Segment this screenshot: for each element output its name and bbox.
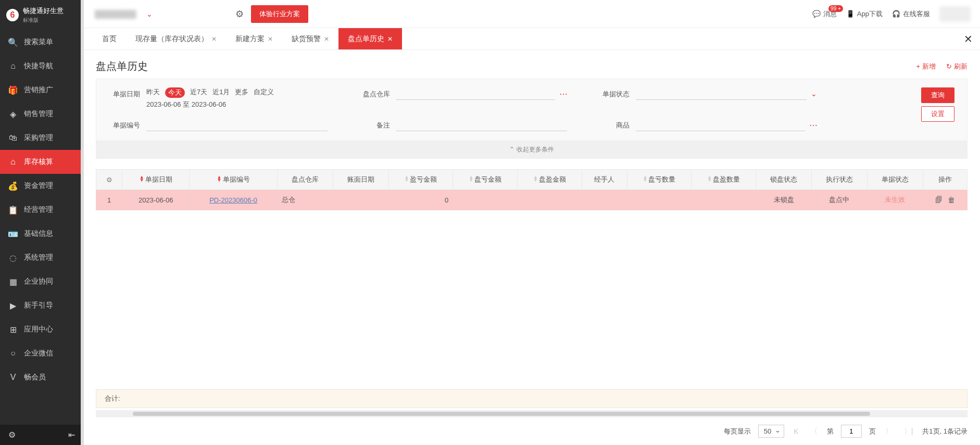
cell [627, 190, 692, 210]
column-header-7[interactable]: ▲▼盘盈金额 [518, 170, 582, 190]
more-icon[interactable]: ⋯ [559, 89, 567, 99]
tab-0[interactable]: 首页 [93, 28, 126, 49]
close-icon[interactable]: ✕ [268, 35, 273, 43]
column-header-8[interactable]: 经手人 [582, 170, 627, 190]
date-shortcut-1[interactable]: 今天 [165, 87, 185, 98]
warehouse-input[interactable] [396, 87, 555, 100]
horizontal-scrollbar[interactable] [96, 410, 968, 417]
sidebar-item-14[interactable]: V畅会员 [0, 365, 83, 389]
column-header-2[interactable]: ▲▼单据编号 [190, 170, 278, 190]
column-label: 锁盘状态 [770, 175, 797, 183]
sidebar-item-1[interactable]: ⌂快捷导航 [0, 54, 83, 78]
date-shortcut-2[interactable]: 近7天 [190, 87, 207, 98]
date-shortcut-3[interactable]: 近1月 [212, 87, 230, 98]
column-header-1[interactable]: ▲▼单据日期 [122, 170, 190, 190]
sidebar-item-7[interactable]: 📋经营管理 [0, 198, 83, 222]
settings-icon[interactable]: ⚙ [8, 430, 16, 440]
prev-page-button[interactable]: 〈 [808, 427, 820, 436]
product-input[interactable] [636, 119, 805, 131]
tab-4[interactable]: 盘点单历史✕ [338, 28, 402, 49]
sidebar-resize-handle[interactable] [81, 0, 84, 445]
sidebar-item-label: 采购管理 [24, 133, 53, 143]
close-icon[interactable]: ✕ [324, 35, 329, 43]
next-page-button[interactable]: 〉 [883, 427, 895, 436]
date-shortcut-5[interactable]: 自定义 [254, 87, 274, 98]
add-button[interactable]: + 新增 [916, 62, 936, 71]
first-page-button[interactable]: K [791, 427, 800, 436]
date-shortcut-0[interactable]: 昨天 [146, 87, 160, 98]
sidebar-item-10[interactable]: ▦企业协同 [0, 270, 83, 294]
sidebar-item-5[interactable]: ⌂库存核算 [0, 150, 83, 174]
message-link[interactable]: 💬 消息 99 + [812, 9, 837, 19]
org-selector[interactable]: ████████ ⌄ [93, 8, 228, 20]
sidebar-item-11[interactable]: ▶新手引导 [0, 294, 83, 317]
last-page-button[interactable]: 〉| [902, 427, 915, 436]
close-icon[interactable]: ✕ [211, 35, 217, 43]
tab-label: 现存量（库存状况表） [135, 34, 208, 44]
user-avatar[interactable] [939, 6, 971, 22]
scrollbar-thumb[interactable] [133, 412, 870, 416]
date-shortcut-4[interactable]: 更多 [235, 87, 248, 98]
table-row[interactable]: 12023-06-06PD-20230606-0总仓0未锁盘盘点中未生效🗐🗑 [96, 190, 968, 210]
column-header-4[interactable]: 账面日期 [333, 170, 388, 190]
collapse-filters-button[interactable]: ⌃ 收起更多条件 [96, 141, 967, 158]
column-header-13[interactable]: 单据状态 [867, 170, 923, 190]
status-input[interactable] [636, 87, 807, 100]
chevron-down-icon[interactable]: ⌄ [811, 90, 817, 98]
column-header-3[interactable]: 盘点仓库 [277, 170, 333, 190]
cell: 总仓 [277, 190, 333, 210]
collapse-sidebar-icon[interactable]: ⇤ [68, 430, 75, 440]
more-icon[interactable]: ⋯ [809, 120, 817, 130]
sidebar-item-6[interactable]: 💰资金管理 [0, 174, 83, 198]
sidebar-item-2[interactable]: 🎁营销推广 [0, 78, 83, 102]
tab-1[interactable]: 现存量（库存状况表）✕ [126, 28, 226, 49]
column-header-12[interactable]: 执行状态 [812, 170, 868, 190]
close-all-tabs-icon[interactable]: ✕ [964, 33, 973, 45]
phone-icon: 📱 [846, 10, 855, 18]
date-range: 2023-06-06 至 2023-06-06 [146, 100, 328, 109]
sidebar-item-12[interactable]: ⊞应用中心 [0, 317, 83, 341]
column-label: 单据编号 [223, 175, 250, 183]
gear-icon[interactable]: ⚙ [235, 8, 244, 20]
sidebar-item-label: 基础信息 [24, 229, 53, 238]
column-label: 操作 [938, 175, 952, 183]
cell[interactable]: PD-20230606-0 [190, 190, 278, 210]
remark-input[interactable] [396, 119, 567, 131]
sidebar-item-4[interactable]: 🛍采购管理 [0, 126, 83, 150]
date-shortcuts: 昨天今天近7天近1月更多自定义 [146, 87, 328, 98]
gear-icon[interactable]: ⚙ [106, 176, 112, 184]
sidebar-item-8[interactable]: 🪪基础信息 [0, 222, 83, 246]
online-service-link[interactable]: 🎧 在线客服 [892, 9, 930, 19]
code-input[interactable] [146, 119, 328, 131]
view-icon[interactable]: 🗐 [935, 196, 943, 204]
cell [692, 190, 756, 210]
money-icon: 💰 [8, 181, 18, 190]
column-header-11[interactable]: 锁盘状态 [756, 170, 812, 190]
app-download-link[interactable]: 📱 App下载 [846, 9, 883, 19]
sidebar-item-label: 系统管理 [24, 253, 53, 262]
experience-button[interactable]: 体验行业方案 [251, 5, 308, 23]
setting-button[interactable]: 设置 [921, 106, 954, 122]
refresh-button[interactable]: ↻ 刷新 [946, 62, 968, 71]
sidebar-item-3[interactable]: ◈销售管理 [0, 102, 83, 126]
sort-icon: ▲▼ [217, 175, 222, 182]
query-button[interactable]: 查询 [921, 87, 954, 103]
sidebar-item-13[interactable]: ○企业微信 [0, 341, 83, 365]
sidebar-item-9[interactable]: ◌系统管理 [0, 246, 83, 270]
sort-icon: ▲▼ [533, 175, 538, 182]
page-input[interactable] [841, 425, 862, 438]
tab-2[interactable]: 新建方案✕ [226, 28, 282, 49]
column-header-9[interactable]: ▲▼盘亏数量 [627, 170, 692, 190]
close-icon[interactable]: ✕ [387, 35, 393, 43]
delete-icon[interactable]: 🗑 [948, 196, 955, 204]
column-header-6[interactable]: ▲▼盘亏金额 [453, 170, 518, 190]
column-header-14[interactable]: 操作 [923, 170, 967, 190]
sidebar-item-0[interactable]: 🔍搜索菜单 [0, 30, 83, 54]
column-header-5[interactable]: ▲▼盈亏金额 [388, 170, 453, 190]
sidebar-item-label: 企业协同 [24, 277, 53, 286]
tab-3[interactable]: 缺货预警✕ [282, 28, 338, 49]
column-label: 单据日期 [145, 175, 172, 183]
column-header-10[interactable]: ▲▼盘盈数量 [692, 170, 756, 190]
page-size-select[interactable]: 50 [758, 425, 784, 438]
column-header-0[interactable]: ⚙ [96, 170, 122, 190]
